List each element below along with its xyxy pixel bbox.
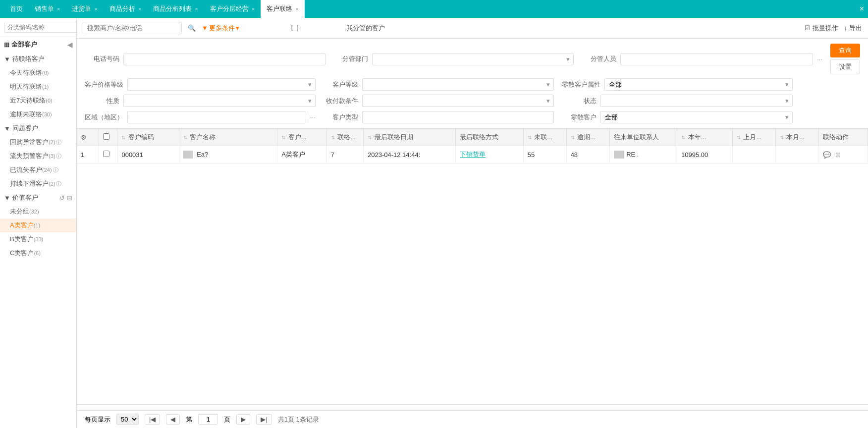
select-all-checkbox[interactable] bbox=[103, 133, 109, 140]
sidebar-item-abnormal-repurchase[interactable]: 回购异常客户 (2) ⓘ bbox=[0, 135, 76, 149]
region-input[interactable] bbox=[127, 111, 306, 123]
data-table-container: ⚙ ⇅ 客户编码 ⇅ 客户名称 ⇅ bbox=[77, 129, 868, 404]
sidebar-problem-customers-header[interactable]: ▼ 问题客户 bbox=[0, 121, 76, 135]
action-chat-icon[interactable]: 💬 bbox=[823, 151, 831, 159]
sidebar-all-customers-header[interactable]: ⊞ 全部客户 ◀ bbox=[0, 37, 76, 52]
customer-type-input[interactable] bbox=[362, 111, 554, 123]
sidebar-item-tomorrow-contact[interactable]: 明天待联络 (1) bbox=[0, 80, 76, 94]
td-this-year: 10995.00 bbox=[677, 146, 733, 163]
close-icon[interactable]: × bbox=[138, 6, 141, 12]
filter-region: 区域（地区） ··· bbox=[85, 111, 316, 123]
sidebar-item-7days-contact[interactable]: 近7天待联络 (0) bbox=[0, 94, 76, 107]
th-this-month: ⇅ 本月... bbox=[775, 129, 818, 146]
nav-tab-customer-tier[interactable]: 客户分层经营 × bbox=[204, 0, 261, 18]
content-area: 🔍 ▼ 更多条件 ▾ 我分管的客户 ☑ 批量操作 ↓ 导出 bbox=[77, 18, 868, 428]
per-page-select[interactable]: 50 bbox=[116, 414, 139, 425]
nav-home[interactable]: 首页 bbox=[4, 0, 29, 18]
sidebar-item-class-c[interactable]: C类客户 (6) bbox=[0, 246, 76, 260]
td-company-contact: RE . bbox=[609, 146, 677, 163]
search-input[interactable] bbox=[83, 22, 182, 34]
my-customers-checkbox-label[interactable]: 我分管的客户 bbox=[245, 24, 385, 33]
close-icon[interactable]: × bbox=[57, 6, 60, 12]
retail-customer-select[interactable]: 全部 bbox=[600, 111, 793, 123]
staff-dots-icon[interactable]: ··· bbox=[817, 55, 822, 63]
close-icon[interactable]: × bbox=[252, 6, 255, 12]
sidebar-item-today-contact[interactable]: 今天待联络 (0) bbox=[0, 66, 76, 80]
first-page-btn[interactable]: |◀ bbox=[145, 414, 160, 425]
sidebar: 🔍 ⊞ 全部客户 ◀ ▼ 待联络客户 今天待联络 (0) 明天待联络 (1) 近… bbox=[0, 18, 77, 428]
filter-customer-type: 客户类型 bbox=[324, 111, 554, 123]
export-btn[interactable]: ↓ 导出 bbox=[844, 24, 863, 33]
th-checkbox bbox=[99, 129, 117, 146]
search-button[interactable]: 查询 bbox=[830, 44, 860, 57]
nav-tab-analysis-list[interactable]: 商品分析列表 × bbox=[147, 0, 204, 18]
th-company-contact: 往来单位联系人 bbox=[609, 129, 677, 146]
sidebar-collapse-icon[interactable]: ◀ bbox=[67, 41, 72, 49]
filter-retail-customer: 零散客户 全部 bbox=[562, 111, 793, 123]
filter-nature: 性质 bbox=[85, 95, 316, 107]
payment-select[interactable] bbox=[362, 95, 554, 107]
settings-button[interactable]: 设置 bbox=[830, 59, 860, 74]
close-icon[interactable]: × bbox=[195, 6, 198, 12]
sidebar-item-class-a[interactable]: A类客户 (1) bbox=[0, 218, 76, 232]
phone-input[interactable] bbox=[123, 53, 326, 65]
row-checkbox[interactable] bbox=[103, 151, 109, 157]
action-more-icon[interactable]: ⊞ bbox=[835, 151, 841, 159]
nature-select[interactable] bbox=[123, 95, 316, 107]
dept-select[interactable] bbox=[372, 53, 574, 65]
sidebar-search-input[interactable] bbox=[4, 22, 77, 33]
staff-input[interactable] bbox=[620, 53, 813, 65]
sidebar-item-ungrouped[interactable]: 未分组 (32) bbox=[0, 205, 76, 218]
chevron-down-icon: ▾ bbox=[236, 24, 239, 32]
pagination-bar: 每页显示 50 |◀ ◀ 第 页 ▶ ▶| 共1页 1条记录 bbox=[77, 410, 868, 428]
th-last-month: ⇅ 上月... bbox=[732, 129, 775, 146]
customer-level-select[interactable] bbox=[362, 78, 554, 91]
nav-tab-sales[interactable]: 销售单 × bbox=[29, 0, 66, 18]
refresh-icon[interactable]: ↺ bbox=[59, 194, 65, 202]
sidebar-item-overdue-contact[interactable]: 逾期未联络 (30) bbox=[0, 107, 76, 121]
region-dots-icon[interactable]: ··· bbox=[310, 113, 316, 121]
nav-tab-purchase[interactable]: 进货单 × bbox=[66, 0, 103, 18]
filter-actions: ☑ 批量操作 ↓ 导出 bbox=[805, 24, 863, 33]
sidebar-item-loss-warning[interactable]: 流失预警客户 (3) ⓘ bbox=[0, 149, 76, 163]
th-gear[interactable]: ⚙ bbox=[77, 129, 99, 146]
close-icon[interactable]: × bbox=[94, 6, 97, 12]
td-last-date: 2023-04-12 14:44: bbox=[363, 146, 455, 163]
last-page-btn[interactable]: ▶| bbox=[256, 414, 271, 425]
th-this-year: ⇅ 本年... bbox=[677, 129, 733, 146]
next-page-btn[interactable]: ▶ bbox=[236, 414, 250, 425]
td-action: 💬 ⊞ bbox=[818, 146, 868, 163]
sidebar-item-lost-customers[interactable]: 已流失客户 (24) ⓘ bbox=[0, 163, 76, 177]
search-icon[interactable]: 🔍 bbox=[188, 24, 196, 32]
arrow-down-icon: ▼ bbox=[4, 125, 10, 132]
status-select[interactable] bbox=[600, 95, 793, 107]
nav-tab-customer-contact[interactable]: 客户联络 × bbox=[261, 0, 304, 18]
sidebar-value-customers-header[interactable]: ▼ 价值客户 ↺ ⊟ bbox=[0, 191, 76, 205]
close-all-tabs-icon[interactable]: × bbox=[860, 4, 864, 13]
filter-bar: 🔍 ▼ 更多条件 ▾ 我分管的客户 ☑ 批量操作 ↓ 导出 bbox=[77, 18, 868, 39]
close-icon[interactable]: × bbox=[295, 6, 298, 12]
last-contact-method-link[interactable]: 下销货单 bbox=[460, 151, 486, 158]
retail-attr-select[interactable]: 全部 bbox=[604, 78, 793, 91]
price-level-select[interactable] bbox=[127, 78, 316, 91]
horizontal-scrollbar[interactable] bbox=[77, 404, 868, 410]
filter-price-level: 客户价格等级 bbox=[85, 78, 316, 91]
page-number-input[interactable] bbox=[198, 414, 218, 425]
nav-tab-analysis[interactable]: 商品分析 × bbox=[104, 0, 147, 18]
batch-operation-btn[interactable]: ☑ 批量操作 bbox=[805, 24, 838, 33]
filter-row-2: 客户价格等级 客户等级 零散客户属性 全部 bbox=[85, 78, 860, 91]
prev-page-btn[interactable]: ◀ bbox=[166, 414, 180, 425]
td-no-contact: 55 bbox=[523, 146, 566, 163]
filter-status: 状态 bbox=[562, 95, 793, 107]
filter-row-1: 电话号码 分管部门 分管人员 ··· 查询 设置 bbox=[85, 44, 860, 74]
sidebar-item-class-b[interactable]: B类客户 (33) bbox=[0, 232, 76, 246]
th-last-method: 最后联络方式 bbox=[456, 129, 524, 146]
th-no-contact: ⇅ 未联... bbox=[523, 129, 566, 146]
th-code: ⇅ 客户编码 bbox=[117, 129, 179, 146]
more-conditions-btn[interactable]: ▼ 更多条件 ▾ bbox=[202, 24, 239, 33]
filter-row-4: 区域（地区） ··· 客户类型 零散客户 全部 bbox=[85, 111, 860, 123]
my-customers-checkbox[interactable] bbox=[245, 25, 344, 31]
settings-small-icon[interactable]: ⊟ bbox=[67, 194, 72, 202]
sidebar-item-declining-customers[interactable]: 持续下滑客户 (2) ⓘ bbox=[0, 177, 76, 191]
sidebar-pending-contact-header[interactable]: ▼ 待联络客户 bbox=[0, 52, 76, 66]
